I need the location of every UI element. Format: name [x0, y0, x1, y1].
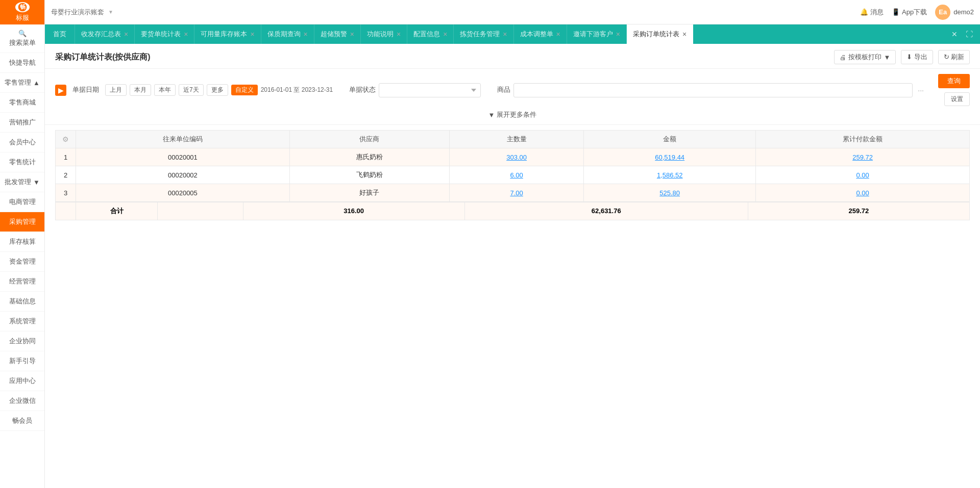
row3-paid-link[interactable]: 0.00 — [856, 189, 869, 197]
tab-available-stock[interactable]: 可用量库存账本 × — [194, 24, 261, 44]
app-download-btn[interactable]: 📱 App下载 — [892, 8, 927, 17]
sidebar-item-wechat[interactable]: 企业微信 — [0, 391, 44, 411]
sidebar-item-operations[interactable]: 经营管理 — [0, 272, 44, 292]
row1-qty-link[interactable]: 303.00 — [506, 153, 527, 161]
status-select[interactable] — [379, 83, 481, 97]
sidebar-item-quicknav[interactable]: 快捷导航 — [0, 53, 44, 73]
sidebar-item-appcenter[interactable]: 应用中心 — [0, 371, 44, 391]
account-selector[interactable]: 母婴行业演示账套 — [51, 8, 104, 17]
sidebar-item-newguide[interactable]: 新手引导 — [0, 351, 44, 371]
tab-bar: 首页 收发存汇总表 × 要货单统计表 × 可用量库存账本 × 保质期查询 × 超… — [45, 24, 980, 44]
col-settings-icon[interactable]: ⚙ — [62, 135, 69, 143]
retail-mall-label: 零售商城 — [9, 98, 36, 107]
tab-home[interactable]: 首页 — [45, 24, 75, 44]
app-download-label: App下载 — [902, 8, 927, 17]
tab-receive-summary[interactable]: 收发存汇总表 × — [75, 24, 135, 44]
print-label: 按模板打印 — [848, 53, 881, 62]
tab-config-info[interactable]: 配置信息 × — [407, 24, 454, 44]
tab-config-info-close[interactable]: × — [443, 31, 447, 38]
sidebar-logo: 畅 标服 — [0, 0, 44, 24]
export-button[interactable]: ⬇ 导出 — [901, 50, 933, 64]
tab-function-desc[interactable]: 功能说明 × — [361, 24, 407, 44]
filter-more-btn[interactable]: 更多 — [207, 84, 228, 96]
row2-amount-link[interactable]: 1,586.52 — [657, 171, 683, 179]
tab-maximize-btn[interactable]: ⛶ — [963, 29, 976, 39]
sidebar-item-retail[interactable]: 零售管理 ▲ — [0, 73, 44, 93]
filter-7days-btn[interactable]: 近7天 — [179, 84, 204, 96]
page-title: 采购订单统计表(按供应商) — [55, 52, 151, 63]
sidebar-item-finance[interactable]: 资金管理 — [0, 252, 44, 272]
sidebar-item-member[interactable]: 会员中心 — [0, 133, 44, 152]
tab-function-desc-close[interactable]: × — [397, 31, 401, 38]
sidebar-item-system[interactable]: 系统管理 — [0, 312, 44, 331]
sidebar-item-retail-mall[interactable]: 零售商城 — [0, 93, 44, 113]
settings-button[interactable]: 设置 — [944, 92, 970, 106]
row3-qty-link[interactable]: 7.00 — [510, 189, 523, 197]
notification-btn[interactable]: 🔔 消息 — [860, 8, 884, 17]
filter-this-year-btn[interactable]: 本年 — [154, 84, 176, 96]
expand-more-btn[interactable]: ▼ 展开更多条件 — [488, 110, 537, 119]
print-dropdown-arrow: ▼ — [884, 54, 890, 61]
tab-cost-adjust[interactable]: 成本调整单 × — [514, 24, 567, 44]
tab-order-summary-close[interactable]: × — [184, 31, 188, 38]
row1-paid-link[interactable]: 259.72 — [852, 153, 873, 161]
sidebar-item-marketing[interactable]: 营销推广 — [0, 113, 44, 133]
sidebar-item-basic[interactable]: 基础信息 — [0, 292, 44, 312]
user-menu[interactable]: Ea demo2 — [935, 5, 974, 20]
finance-label: 资金管理 — [9, 257, 36, 266]
tab-purchase-summary-close[interactable]: × — [682, 31, 687, 38]
row1-amount-link[interactable]: 60,519.44 — [655, 153, 684, 161]
goods-input[interactable] — [513, 83, 913, 97]
tab-close-all-btn[interactable]: ✕ — [948, 29, 961, 39]
tab-purchase-summary[interactable]: 采购订单统计表 × — [627, 24, 693, 44]
goods-more-btn[interactable]: ··· — [916, 85, 926, 95]
tab-expiry-query[interactable]: 保质期查询 × — [261, 24, 314, 44]
tab-available-stock-close[interactable]: × — [250, 31, 254, 38]
avatar-text: Ea — [939, 8, 947, 16]
tab-config-info-label: 配置信息 — [413, 30, 440, 39]
tab-invite-downstream[interactable]: 邀请下游客户 × — [567, 24, 627, 44]
filter-this-month-btn[interactable]: 本月 — [130, 84, 151, 96]
member-label: 会员中心 — [9, 138, 36, 147]
sidebar-items-list: 🔍 搜索菜单 快捷导航 零售管理 ▲ 零售商城 营销推广 会员中心 零售统计 批… — [0, 24, 44, 488]
row3-paid: 0.00 — [756, 184, 970, 202]
notification-label: 消息 — [870, 8, 884, 17]
filter-date-range: 2016-01-01 至 2023-12-31 — [261, 86, 333, 94]
tab-pick-task-close[interactable]: × — [503, 31, 507, 38]
tab-pick-task[interactable]: 拣货任务管理 × — [454, 24, 513, 44]
tab-expiry-query-close[interactable]: × — [304, 31, 308, 38]
sidebar-item-purchase[interactable]: 采购管理 — [0, 212, 44, 232]
query-button[interactable]: 查询 — [938, 74, 970, 88]
filter-expand-row: ▼ 展开更多条件 — [55, 110, 970, 119]
tab-overstock-warning-close[interactable]: × — [350, 31, 354, 38]
filter-last-month-btn[interactable]: 上月 — [105, 84, 127, 96]
sidebar-item-member2[interactable]: 畅会员 — [0, 411, 44, 431]
svg-text:畅: 畅 — [20, 4, 26, 10]
tab-order-summary[interactable]: 要货单统计表 × — [135, 24, 194, 44]
tab-invite-downstream-close[interactable]: × — [616, 31, 620, 38]
sidebar-item-enterprise[interactable]: 企业协同 — [0, 331, 44, 351]
sidebar-item-inventory[interactable]: 库存核算 — [0, 232, 44, 252]
sidebar-item-ecommerce[interactable]: 电商管理 — [0, 192, 44, 212]
row2-qty-link[interactable]: 6.00 — [510, 171, 523, 179]
sidebar-item-search[interactable]: 🔍 搜索菜单 — [0, 24, 44, 53]
tab-invite-downstream-label: 邀请下游客户 — [573, 30, 613, 39]
top-bar: 母婴行业演示账套 ▼ 🔔 消息 📱 App下载 Ea demo2 — [45, 0, 980, 24]
row1-qty: 303.00 — [449, 148, 583, 166]
row3-amount-link[interactable]: 525.80 — [659, 189, 680, 197]
system-label: 系统管理 — [9, 317, 36, 326]
tab-overstock-warning[interactable]: 超储预警 × — [314, 24, 361, 44]
row2-paid-link[interactable]: 0.00 — [856, 171, 869, 179]
export-label: 导出 — [914, 53, 927, 61]
user-name: demo2 — [953, 8, 974, 16]
sidebar-item-wholesale[interactable]: 批发管理 ▼ — [0, 172, 44, 192]
print-button[interactable]: 🖨 按模板打印 ▼ — [834, 50, 896, 64]
refresh-button[interactable]: ↻ 刷新 — [938, 50, 970, 64]
row1-no: 1 — [56, 148, 76, 166]
page-content: 采购订单统计表(按供应商) 🖨 按模板打印 ▼ ⬇ 导出 ↻ 刷新 — [45, 44, 980, 488]
sidebar-item-retail-stat[interactable]: 零售统计 — [0, 152, 44, 172]
tab-cost-adjust-close[interactable]: × — [556, 31, 560, 38]
refresh-icon: ↻ — [944, 53, 949, 61]
filter-collapse-btn[interactable]: ▶ — [55, 85, 66, 96]
tab-receive-summary-close[interactable]: × — [124, 31, 128, 38]
